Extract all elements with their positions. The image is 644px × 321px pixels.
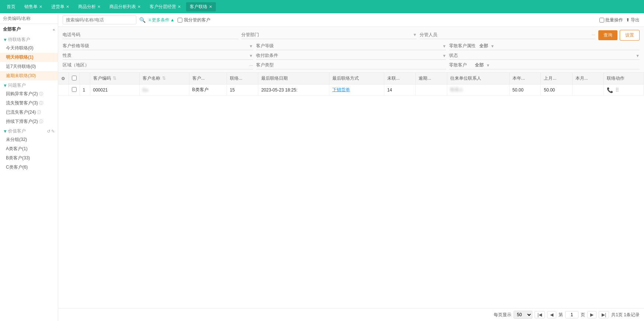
sort-icon-name: ⇅ (162, 76, 166, 81)
row-contacts: 15 (227, 84, 258, 96)
nav-customer-contact-close[interactable]: ✕ (209, 4, 212, 9)
table-header-row: ⚙ 客户编码 ⇅ 客户名称 ⇅ (58, 73, 644, 84)
nav-customer-tier-close[interactable]: ✕ (178, 4, 181, 9)
per-page-select[interactable]: 50 100 200 (514, 311, 532, 319)
collapse-icon: « (53, 27, 55, 32)
sidebar-item-7days[interactable]: 近7天待联络(0) (0, 62, 58, 71)
col-last-month: 上月... (541, 73, 572, 84)
problem-group-label: ▼ 问题客户 (0, 80, 58, 89)
row-no: 1 (80, 84, 90, 96)
row-checkbox[interactable] (72, 87, 77, 92)
first-page-btn[interactable]: |◀ (535, 311, 545, 318)
nav-customer-tier[interactable]: 客户分层经营 ✕ (146, 2, 185, 11)
export-icon: ⬆ (626, 17, 630, 23)
sort-icon-code: ⇅ (113, 76, 116, 81)
batch-op-checkbox[interactable] (599, 18, 604, 23)
status-arrow: ▼ (636, 54, 640, 58)
sidebar-item-declining[interactable]: 持续下滑客户(2) ⓘ (0, 117, 58, 126)
gender-arrow: ▼ (249, 54, 253, 58)
page-label: 第 (559, 312, 563, 318)
more-conditions-btn[interactable]: ≡ 更多条件 ▲ (148, 17, 175, 23)
last-method-link[interactable]: 下销货单 (332, 87, 350, 92)
col-this-year: 本年... (509, 73, 540, 84)
sidebar-item-class-c[interactable]: C类客户(6) (0, 163, 58, 172)
manager-dots[interactable]: ··· (592, 32, 595, 37)
col-not-linked: 未联... (384, 73, 415, 84)
main-container: 🔍 全部客户 « ▼ 待联络客户 今天待联络(0) 明天待联络(1) 近7天待联… (0, 13, 644, 321)
col-code[interactable]: 客户编码 ⇅ (90, 73, 140, 84)
nav-sales-close[interactable]: ✕ (39, 4, 42, 9)
filter-price-level: 客户价格等级 ▼ (63, 43, 253, 50)
filter-row-1: 电话号码 分管部门 ▼ 分管人员 ··· 查询 设置 (63, 30, 640, 41)
edit-icon[interactable]: ✎ (51, 129, 55, 134)
nav-analysis[interactable]: 商品分析 ✕ (74, 2, 104, 11)
filter-btn-group: 查询 设置 (598, 30, 640, 41)
sidebar-item-tomorrow[interactable]: 明天待联络(1) (0, 53, 58, 62)
retail-attr-arrow: ▼ (490, 44, 494, 48)
sidebar-item-ungrouped[interactable]: 未分组(32) (0, 135, 58, 144)
value-group-edit-icons: ↺ ✎ (47, 129, 55, 134)
row-last-date: 2023-05-23 18:25: (258, 84, 329, 96)
nav-purchase[interactable]: 进货单 ✕ (48, 2, 73, 11)
nav-home[interactable]: 首页 (3, 2, 19, 11)
export-btn[interactable]: ⬆ 导出 (626, 17, 640, 23)
row-checkbox-cell[interactable] (69, 84, 80, 96)
query-button[interactable]: 查询 (598, 30, 617, 40)
col-this-month: 本月... (572, 73, 603, 84)
page-input[interactable] (565, 311, 578, 318)
col-checkbox[interactable] (69, 73, 80, 84)
refresh-icon[interactable]: ↺ (47, 129, 50, 134)
nav-analysis-list-close[interactable]: ✕ (137, 4, 141, 9)
total-label: 共1页 1条记录 (611, 312, 640, 318)
settings-button[interactable]: 设置 (620, 30, 640, 41)
filter-region: 区域（地区） ··· (63, 62, 253, 69)
all-customers-header[interactable]: 全部客户 « (0, 24, 58, 35)
last-page-btn[interactable]: ▶| (599, 311, 609, 318)
nav-purchase-close[interactable]: ✕ (66, 4, 69, 9)
sidebar-item-churned[interactable]: 已流失客户(24) ⓘ (0, 108, 58, 117)
region-dots[interactable]: ··· (249, 63, 253, 68)
filter-customer-level: 客户等级 ▼ (256, 43, 447, 50)
prev-page-btn[interactable]: ◀ (547, 311, 556, 318)
customer-level-arrow: ▼ (442, 44, 446, 48)
sidebar-item-today[interactable]: 今天待联络(0) (0, 44, 58, 53)
sidebar-search-bar: 🔍 (0, 13, 58, 24)
nav-analysis-close[interactable]: ✕ (97, 4, 101, 9)
col-action: 联络动作 (604, 73, 644, 84)
col-settings[interactable]: ⚙ (58, 73, 69, 84)
info-icon-churned: ⓘ (37, 110, 41, 115)
col-name[interactable]: 客户名称 ⇅ (140, 73, 189, 84)
page-end-label: 页 (581, 312, 585, 318)
filter-row-3: 性质 ▼ 收付款条件 ▼ 状态 ▼ (63, 52, 640, 60)
next-page-btn[interactable]: ▶ (587, 311, 596, 318)
row-name: Ea (140, 84, 189, 96)
gear-icon[interactable]: ⚙ (61, 76, 65, 81)
my-customers-checkbox[interactable] (178, 18, 182, 23)
nav-analysis-list[interactable]: 商品分析列表 ✕ (106, 2, 144, 11)
batch-op-btn[interactable]: 批量操作 (599, 17, 623, 23)
nav-customer-contact[interactable]: 客户联络 ✕ (186, 2, 216, 11)
col-no (80, 73, 90, 84)
more-action-icon[interactable]: ⠿ (615, 87, 619, 93)
value-group-label: ▼ 价值客户 ↺ ✎ (0, 126, 58, 135)
filter-customer-type: 客户类型 (256, 62, 447, 69)
row-action: 📞 ⠿ (604, 84, 644, 96)
row-settings-cell (58, 84, 69, 96)
payment-arrow: ▼ (442, 54, 446, 58)
filter-phone: 电话号码 (63, 32, 238, 39)
nav-sales[interactable]: 销售单 ✕ (21, 2, 46, 11)
table-select-all[interactable] (72, 76, 77, 80)
main-search-icon[interactable]: 🔍 (139, 17, 146, 23)
sidebar-search-input[interactable] (3, 16, 58, 21)
main-search-input[interactable] (63, 15, 136, 24)
sidebar-item-class-b[interactable]: B类客户(33) (0, 153, 58, 163)
sidebar-item-class-a[interactable]: A类客户(1) (0, 144, 58, 153)
row-code: 000021 (90, 84, 140, 96)
phone-action-icon[interactable]: 📞 (607, 87, 613, 93)
filter-dept: 分管部门 ▼ (241, 32, 417, 39)
sidebar-item-churn-warning[interactable]: 流失预警客户(3) ⓘ (0, 99, 58, 108)
sidebar-item-overdue[interactable]: 逾期未联络(30) (0, 71, 58, 80)
sidebar-item-abnormal[interactable]: 回购异常客户(2) ⓘ (0, 89, 58, 99)
row-last-method[interactable]: 下销货单 (329, 84, 384, 96)
col-type: 客户... (189, 73, 227, 84)
